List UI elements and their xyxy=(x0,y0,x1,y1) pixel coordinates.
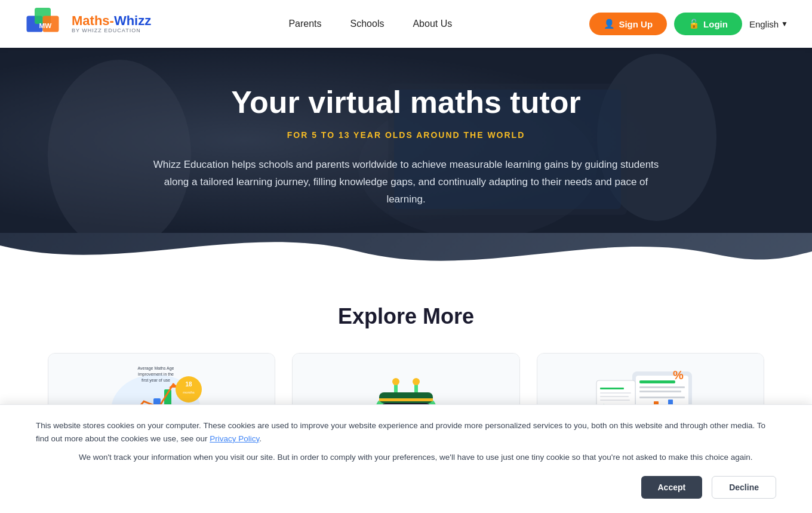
svg-point-17 xyxy=(176,376,202,403)
decline-button[interactable]: Decline xyxy=(712,476,776,496)
svg-point-37 xyxy=(413,378,420,385)
svg-rect-38 xyxy=(379,392,433,403)
explore-title: Explore More xyxy=(48,304,764,329)
logo-text: Maths-Whizz by WHIZZ EDUCATION xyxy=(72,14,151,34)
language-selector[interactable]: English ▼ xyxy=(749,19,788,29)
svg-rect-55 xyxy=(600,400,630,401)
logo-subtitle: by WHIZZ EDUCATION xyxy=(72,28,151,34)
person-icon: 👤 xyxy=(604,19,615,29)
svg-text:%: % xyxy=(673,368,684,382)
hero-title: Your virtual maths tutor xyxy=(149,84,663,121)
accept-button[interactable]: Accept xyxy=(641,476,703,496)
hero-section: Your virtual maths tutor FOR 5 TO 13 YEA… xyxy=(0,48,812,268)
svg-text:MW: MW xyxy=(39,21,53,29)
nav-actions: 👤 Sign Up 🔓 Login English ▼ xyxy=(589,13,788,35)
login-label: Login xyxy=(703,19,728,29)
svg-rect-54 xyxy=(600,396,629,397)
nav-schools[interactable]: Schools xyxy=(339,14,396,34)
cookie-text-content: This website stores cookies on your comp… xyxy=(36,421,765,443)
navbar: MW Maths-Whizz by WHIZZ EDUCATION Parent… xyxy=(0,0,812,48)
svg-rect-43 xyxy=(639,386,685,388)
nav-links: Parents Schools About Us xyxy=(276,14,464,34)
svg-text:Improvement in the: Improvement in the xyxy=(138,372,174,377)
language-label: English xyxy=(749,19,779,29)
nav-parents[interactable]: Parents xyxy=(276,14,333,34)
signup-label: Sign Up xyxy=(619,19,653,29)
nav-about-us[interactable]: About Us xyxy=(401,14,464,34)
login-icon: 🔓 xyxy=(688,19,700,29)
login-button[interactable]: 🔓 Login xyxy=(674,13,742,35)
cookie-buttons: Accept Decline xyxy=(36,476,776,496)
logo[interactable]: MW Maths-Whizz by WHIZZ EDUCATION xyxy=(24,2,151,45)
svg-rect-52 xyxy=(600,388,624,389)
hero-description: Whizz Education helps schools and parent… xyxy=(149,156,663,208)
hero-subtitle: FOR 5 TO 13 YEAR OLDS AROUND THE WORLD xyxy=(149,130,663,140)
hero-content: Your virtual maths tutor FOR 5 TO 13 YEA… xyxy=(149,84,663,208)
svg-rect-42 xyxy=(639,380,675,383)
cookie-main-text: This website stores cookies on your comp… xyxy=(36,419,776,445)
hero-wave xyxy=(0,222,812,268)
logo-whizz: Whizz xyxy=(114,13,151,28)
svg-rect-45 xyxy=(639,397,685,398)
svg-text:first year of use: first year of use xyxy=(142,378,170,383)
svg-rect-53 xyxy=(600,392,631,394)
logo-icon: MW xyxy=(24,2,67,45)
chevron-down-icon: ▼ xyxy=(781,20,788,28)
svg-text:Average Maths Age: Average Maths Age xyxy=(137,366,174,371)
svg-point-35 xyxy=(392,378,399,385)
svg-rect-44 xyxy=(639,391,681,392)
svg-text:months: months xyxy=(183,391,195,394)
svg-text:18: 18 xyxy=(185,381,192,388)
privacy-policy-link[interactable]: Privacy Policy xyxy=(210,434,259,443)
signup-button[interactable]: 👤 Sign Up xyxy=(589,13,667,35)
svg-rect-39 xyxy=(379,398,433,401)
cookie-banner: This website stores cookies on your comp… xyxy=(0,404,812,496)
cookie-secondary-text: We won't track your information when you… xyxy=(79,451,776,464)
logo-brand: Maths-Whizz xyxy=(72,14,151,28)
